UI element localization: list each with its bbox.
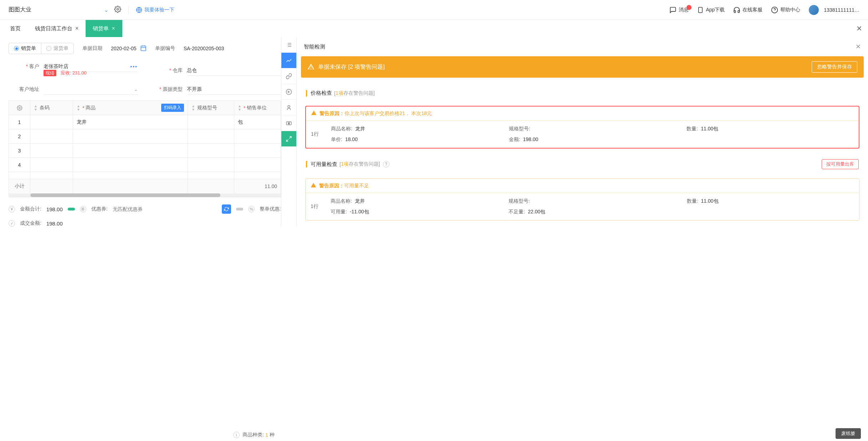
scan-button[interactable]: 扫码录入 [161, 104, 184, 112]
currency-icon[interactable]: ¥ [281, 115, 296, 131]
list-icon[interactable] [281, 37, 296, 53]
svg-point-0 [117, 9, 119, 10]
address-select[interactable]: ⌄ [44, 84, 138, 95]
warehouse-label: 仓库 [152, 67, 183, 74]
table-row[interactable] [9, 172, 281, 179]
headset-icon [733, 6, 740, 14]
expand-icon[interactable] [281, 131, 296, 147]
order-type-radio: 销货单 退货单 [9, 43, 74, 54]
side-toolbar: ¥ [281, 37, 297, 227]
chevron-down-icon: ⌄ [134, 87, 138, 92]
settle-tag: 现结 [44, 70, 56, 76]
divider [128, 6, 129, 14]
help-icon[interactable]: ? [383, 161, 389, 167]
date-value[interactable]: 2020-02-05 [111, 46, 137, 51]
svg-point-18 [288, 105, 290, 108]
doc-no-value: SA-20200205-003 [184, 46, 224, 51]
radio-on-icon [14, 46, 19, 51]
address-label: 客户地址 [9, 86, 39, 93]
phone-icon [697, 6, 704, 14]
table-row[interactable]: 1龙井包 [9, 115, 281, 129]
svg-rect-6 [141, 46, 146, 51]
company-selector[interactable]: 图图大业 ⌄ [9, 6, 108, 14]
link-icon[interactable] [281, 68, 296, 84]
exchange-icon[interactable] [281, 84, 296, 100]
customer-label: 客户 [9, 63, 39, 70]
form-area: 销货单 退货单 单据日期 2020-02-05 单据编号 SA-20200205… [0, 37, 281, 227]
gear-icon[interactable] [114, 6, 121, 14]
calendar-icon[interactable] [140, 45, 147, 52]
refresh-icon[interactable] [222, 204, 231, 214]
company-name: 图图大业 [9, 6, 31, 14]
close-icon[interactable]: × [75, 25, 78, 32]
col-product[interactable]: ▲▼*商品扫码录入 [73, 101, 188, 115]
coupon-icon: 券 [80, 206, 86, 212]
chevron-down-icon: ⌄ [104, 7, 108, 13]
deal-amount-row: ✓ 成交金额: 198.00 [9, 220, 281, 227]
col-unit[interactable]: ▲▼*销售单位 [234, 101, 281, 115]
app-download-button[interactable]: App下载 [697, 6, 725, 14]
try-experience-link[interactable]: 我要体验一下 [136, 7, 174, 13]
alert-banner: 单据未保存 [2 项警告问题] 忽略警告并保存 [301, 56, 864, 78]
coupon-input[interactable] [113, 206, 217, 212]
warehouse-select[interactable]: 总仓 [187, 65, 281, 76]
messages-button[interactable]: 消息 [669, 6, 689, 14]
close-icon[interactable]: × [112, 25, 115, 32]
chart-icon[interactable] [281, 53, 296, 68]
row-number: 1行 [311, 198, 323, 215]
tabs-bar: 首页 钱货日清工作台× 销货单× ✕ [0, 20, 868, 37]
radio-return[interactable]: 退货单 [41, 43, 73, 54]
close-icon[interactable]: ✕ [856, 43, 861, 51]
radio-off-icon [46, 46, 51, 51]
minus-icon [236, 208, 243, 211]
notification-badge [686, 5, 691, 10]
discount-icon: % [248, 206, 255, 212]
doc-no-label: 单据编号 [155, 45, 175, 52]
stock-out-button[interactable]: 按可用量出库 [822, 159, 859, 169]
deal-icon: ✓ [9, 220, 15, 227]
user-check-icon[interactable] [281, 100, 296, 115]
invoice-select[interactable]: 不开票 [187, 84, 281, 95]
date-label: 单据日期 [82, 45, 102, 52]
globe-icon [136, 7, 142, 13]
svg-text:¥: ¥ [288, 122, 290, 125]
sort-icon: ▲▼ [192, 104, 195, 111]
top-bar: 图图大业 ⌄ 我要体验一下 消息 App下载 在线客服 帮助中心 1338111… [0, 0, 868, 20]
sort-icon: ▲▼ [77, 104, 80, 111]
price-check-header: 价格检查 [1项存在警告问题] [301, 85, 864, 100]
tab-workbench[interactable]: 钱货日清工作台× [28, 20, 86, 37]
yen-icon: ¥ [9, 206, 15, 212]
panel-title: 智能检测 [304, 43, 325, 50]
row-number: 1行 [311, 126, 324, 143]
svg-point-10 [19, 107, 20, 109]
table-settings-icon[interactable] [9, 101, 30, 115]
online-service-button[interactable]: 在线客服 [733, 6, 762, 14]
warning-icon [307, 63, 315, 71]
radio-sales[interactable]: 销货单 [9, 43, 41, 54]
close-all-tabs-icon[interactable]: ✕ [856, 24, 862, 33]
tab-home[interactable]: 首页 [3, 20, 28, 37]
col-spec[interactable]: ▲▼规格型号 [188, 101, 234, 115]
stock-check-header: 可用量检查 [1项存在警告问题] ? 按可用量出库 [301, 154, 864, 173]
svg-rect-2 [699, 7, 703, 12]
ignore-save-button[interactable]: 忽略警告并保存 [812, 61, 857, 73]
table-row[interactable]: 2 [9, 129, 281, 144]
help-center-button[interactable]: 帮助中心 [771, 6, 800, 14]
more-icon[interactable]: ••• [130, 64, 138, 69]
table-row[interactable]: 3 [9, 144, 281, 158]
help-icon [771, 6, 778, 14]
warning-icon [311, 110, 317, 117]
horizontal-scrollbar[interactable] [9, 193, 281, 197]
amount-total-row: ¥ 金额合计: 198.00 券 优惠券: % 整单优惠: [9, 204, 281, 214]
user-menu[interactable]: 13381111111… [809, 5, 859, 15]
warning-icon [311, 182, 316, 189]
col-barcode[interactable]: ▲▼条码 [30, 101, 73, 115]
items-table: ▲▼条码 ▲▼*商品扫码录入 ▲▼规格型号 ▲▼*销售单位 1龙井包 2 3 4… [9, 100, 281, 197]
table-row[interactable]: 4 [9, 158, 281, 172]
smart-check-panel: 智能检测 ✕ 单据未保存 [2 项警告问题] 忽略警告并保存 价格检查 [1项存… [297, 37, 868, 227]
tab-sales-order[interactable]: 销货单× [86, 20, 122, 37]
sort-icon: ▲▼ [238, 104, 241, 111]
minus-icon [68, 208, 75, 211]
table-subtotal: 小计11.00 [9, 179, 281, 193]
invoice-label: 票据类型 [152, 86, 183, 93]
